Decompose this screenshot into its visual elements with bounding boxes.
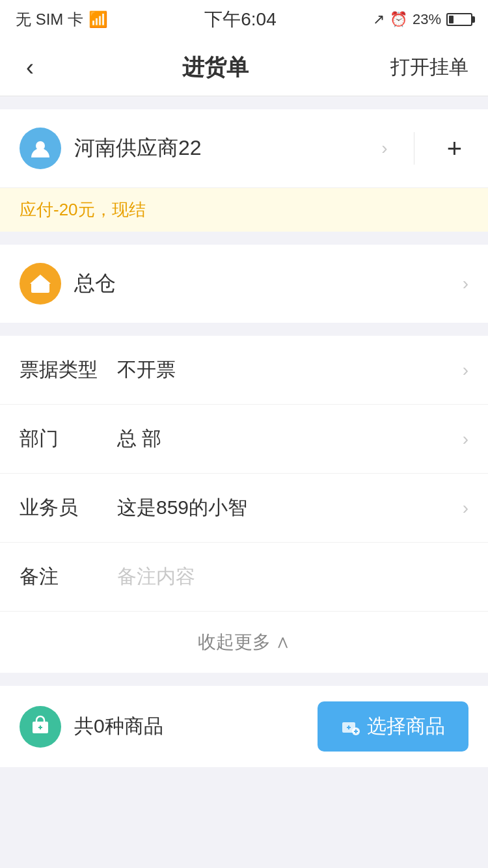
department-label: 部门	[20, 426, 117, 452]
warehouse-name: 总仓	[74, 269, 450, 298]
invoice-chevron-icon: ›	[463, 360, 468, 381]
invoice-row[interactable]: 票据类型 不开票 ›	[0, 336, 488, 404]
product-count: 共0种商品	[74, 713, 305, 740]
warehouse-section: 总仓 ›	[0, 245, 488, 323]
back-button[interactable]: ‹	[20, 47, 40, 88]
supplier-avatar	[20, 128, 61, 169]
svg-marker-2	[30, 275, 51, 284]
invoice-label: 票据类型	[20, 357, 117, 383]
invoice-value: 不开票	[117, 357, 463, 383]
collapse-label: 收起更多 ∧	[198, 630, 291, 655]
supplier-chevron-icon: ›	[381, 138, 387, 159]
remark-label: 备注	[20, 563, 117, 590]
gap-1	[0, 96, 488, 109]
remark-value: 备注内容	[117, 563, 468, 590]
carrier-label: 无 SIM 卡	[16, 9, 83, 30]
product-icon	[20, 706, 61, 748]
supplier-section: 河南供应商22 › + 应付-20元，现结	[0, 109, 488, 232]
form-section: 票据类型 不开票 › 部门 总 部 › 业务员 这是859的小智 › 备注 备注…	[0, 336, 488, 673]
status-right: ↗ ⏰ 23%	[373, 11, 472, 28]
alarm-icon: ⏰	[390, 11, 407, 28]
supplier-name: 河南供应商22	[74, 134, 368, 163]
battery-icon	[446, 13, 472, 26]
department-chevron-icon: ›	[463, 429, 468, 450]
remark-row[interactable]: 备注 备注内容	[0, 542, 488, 611]
salesperson-chevron-icon: ›	[463, 498, 468, 519]
gap-3	[0, 323, 488, 336]
select-product-label: 选择商品	[367, 713, 445, 740]
wifi-icon: 📶	[88, 10, 108, 29]
status-left: 无 SIM 卡 📶	[16, 9, 108, 30]
salesperson-value: 这是859的小智	[117, 495, 463, 521]
status-time: 下午6:04	[204, 7, 277, 32]
supplier-row[interactable]: 河南供应商22 › +	[0, 109, 488, 188]
page-title: 进货单	[182, 53, 249, 83]
department-row[interactable]: 部门 总 部 ›	[0, 404, 488, 473]
battery-percent: 23%	[413, 11, 441, 28]
location-icon: ↗	[373, 11, 385, 28]
salesperson-label: 业务员	[20, 495, 117, 521]
gap-2	[0, 232, 488, 245]
nav-bar: ‹ 进货单 打开挂单	[0, 39, 488, 96]
warehouse-icon	[20, 263, 61, 305]
status-bar: 无 SIM 卡 📶 下午6:04 ↗ ⏰ 23%	[0, 0, 488, 39]
product-bar: 共0种商品 选择商品	[0, 686, 488, 767]
notice-text: 应付-20元，现结	[20, 200, 146, 219]
notice-bar: 应付-20元，现结	[0, 188, 488, 232]
department-value: 总 部	[117, 426, 463, 452]
supplier-divider	[414, 132, 414, 165]
supplier-add-button[interactable]: +	[441, 134, 468, 163]
select-product-button[interactable]: 选择商品	[318, 701, 468, 752]
collapse-button[interactable]: 收起更多 ∧	[0, 611, 488, 673]
warehouse-row[interactable]: 总仓 ›	[0, 245, 488, 323]
warehouse-chevron-icon: ›	[463, 273, 468, 294]
open-hang-button[interactable]: 打开挂单	[390, 54, 468, 81]
svg-rect-1	[31, 282, 49, 293]
salesperson-row[interactable]: 业务员 这是859的小智 ›	[0, 473, 488, 542]
